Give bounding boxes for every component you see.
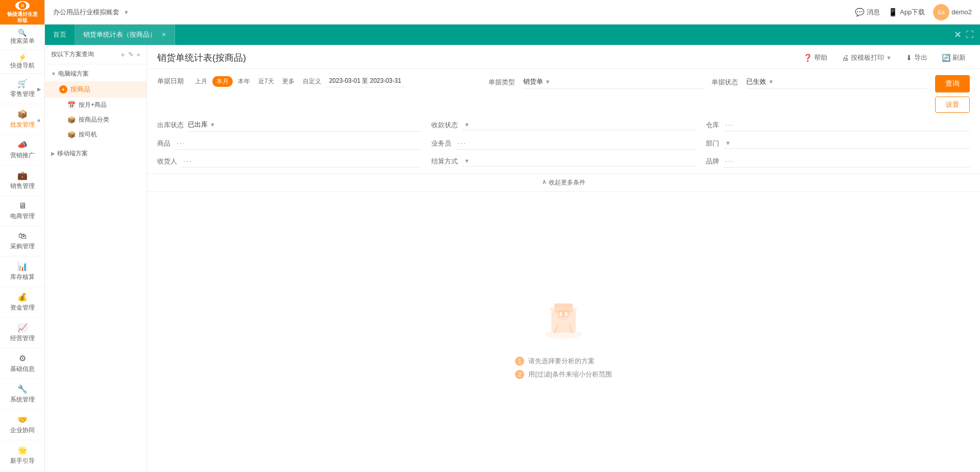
scheme-sub-item-month-product[interactable]: 📅 按月+商品 — [45, 98, 146, 112]
date-tab-this-month[interactable]: 本月 — [212, 76, 233, 87]
quick-nav[interactable]: ⚡ 快捷导航 — [0, 50, 44, 74]
sidebar-item-ecommerce[interactable]: 🖥 电商管理 — [0, 196, 44, 226]
sidebar-item-label: 经营管理 — [10, 334, 35, 343]
user-avatar-btn[interactable]: Ea demo2 — [933, 4, 972, 20]
refresh-btn[interactable]: 🔄 刷新 — [938, 51, 970, 64]
settle-field: 结算方式 ▼ — [431, 156, 695, 167]
svg-rect-6 — [560, 317, 567, 318]
product-control[interactable]: ··· — [175, 137, 421, 150]
group-collapse-arrow: ▶ — [51, 151, 55, 156]
scheme-sub-item-driver[interactable]: 📦 按司机 — [45, 127, 146, 142]
sidebar-item-guide[interactable]: 🌟 新手引导 — [0, 440, 44, 471]
mobile-group-label: 移动端方案 — [57, 149, 88, 158]
doc-status-dropdown-icon: ▼ — [768, 79, 774, 85]
filter-row-2: 出库状态 已出库 ▼ 收款状态 ▼ 仓库 — [157, 118, 970, 132]
chevron-right-icon: ▶ — [37, 86, 41, 91]
sidebar-item-retail[interactable]: 🛒 零售管理 ▶ — [0, 74, 44, 104]
empty-tip-1: 1 请先选择要分析的方案 — [515, 357, 611, 366]
consignee-dots-icon[interactable]: ··· — [183, 157, 192, 165]
warehouse-control[interactable]: ··· — [723, 119, 970, 131]
doc-type-label: 单据类型 — [488, 78, 515, 87]
add-scheme-icon[interactable]: + — [121, 51, 125, 59]
brand-control[interactable]: ··· — [723, 155, 970, 168]
sidebar-item-label: 企业协同 — [10, 426, 35, 435]
sidebar-item-wholesale[interactable]: 📦 批发管理 ▲ — [0, 104, 44, 135]
sidebar-item-purchase[interactable]: 🛍 采购管理 — [0, 226, 44, 256]
edit-scheme-icon[interactable]: ✎ — [128, 51, 134, 59]
sales-icon: 💼 — [17, 171, 28, 180]
logo-sub: 标版 — [17, 17, 28, 23]
set-button[interactable]: 设置 — [935, 97, 970, 113]
out-status-label: 出库状态 — [157, 121, 184, 130]
tab-sales-stat[interactable]: 销货单统计表（按商品） ✕ — [75, 25, 175, 45]
refresh-label: 刷新 — [952, 53, 966, 62]
consignee-control[interactable]: ··· — [181, 155, 421, 168]
brand-dots-icon[interactable]: ··· — [725, 157, 734, 165]
active-dot: ● — [59, 85, 67, 93]
tab-bar: 首页 销货单统计表（按商品） ✕ ✕ ⛶ — [45, 25, 980, 45]
sidebar-item-label: 系统管理 — [10, 395, 35, 404]
collapse-scheme-icon[interactable]: « — [137, 51, 140, 59]
sidebar-item-marketing[interactable]: 📣 营销推广 — [0, 135, 44, 166]
avatar: Ea — [933, 4, 949, 20]
sidebar-item-enterprise[interactable]: 🤝 企业协同 — [0, 410, 44, 440]
export-label: 导出 — [914, 53, 927, 62]
date-tab-this-year[interactable]: 本年 — [235, 76, 253, 87]
date-tab-last-month[interactable]: 上月 — [192, 76, 210, 87]
doc-type-control[interactable]: 销货单 ▼ — [523, 75, 704, 89]
print-label: 按模板打印 — [851, 53, 884, 62]
settle-control[interactable]: ▼ — [462, 156, 695, 167]
date-range-input[interactable]: 2023-03-01 至 2023-03-31 — [326, 75, 404, 87]
salesman-dots-icon[interactable]: ··· — [457, 139, 467, 147]
sidebar-item-sales-mgmt[interactable]: 💼 销售管理 — [0, 166, 44, 196]
doc-status-label: 单据状态 — [712, 78, 738, 87]
receipt-status-control[interactable]: ▼ — [462, 120, 695, 130]
sidebar-item-basic[interactable]: ⚙ 基础信息 — [0, 348, 44, 379]
print-dropdown-icon: ▼ — [886, 55, 892, 61]
doc-status-control[interactable]: 已生效 ▼ — [746, 75, 927, 89]
sidebar-item-label: 零售管理 — [10, 90, 35, 99]
help-btn[interactable]: ❓ 帮助 — [799, 51, 831, 64]
message-btn[interactable]: 💬 消息 — [855, 8, 880, 17]
product-dots-icon[interactable]: ··· — [177, 139, 186, 147]
collapse-arrow-icon: ∧ — [542, 178, 547, 187]
scheme-group-mobile-title[interactable]: ▶ 移动端方案 — [45, 146, 146, 161]
sidebar-item-label: 电商管理 — [10, 212, 35, 221]
fullscreen-icon[interactable]: ⛶ — [966, 30, 974, 39]
out-status-control[interactable]: 已出库 ▼ — [188, 118, 421, 132]
sidebar-item-system[interactable]: 🔧 系统管理 — [0, 379, 44, 410]
brand-label: 品牌 — [706, 157, 719, 166]
sidebar-item-finance[interactable]: 💰 资金管理 — [0, 287, 44, 318]
tab-home[interactable]: 首页 — [45, 25, 75, 45]
logo-text: 畅捷通好生意 — [7, 11, 38, 17]
query-button[interactable]: 查询 — [935, 75, 970, 92]
export-icon: ⬇ — [906, 54, 912, 62]
product-label: 商品 — [157, 139, 170, 148]
close-tab-icon[interactable]: ✕ — [161, 31, 166, 38]
page-header: 销货单统计表(按商品) ❓ 帮助 🖨 按模板打印 ▼ ⬇ 导出 — [147, 45, 980, 69]
export-btn[interactable]: ⬇ 导出 — [902, 51, 932, 64]
sidebar-item-label: 基础信息 — [10, 365, 35, 373]
category-icon: 📦 — [67, 116, 76, 124]
print-btn[interactable]: 🖨 按模板打印 ▼ — [838, 51, 896, 64]
date-tab-more[interactable]: 更多 — [279, 76, 298, 87]
search-menu[interactable]: 🔍 搜索菜单 — [0, 25, 44, 50]
dept-control[interactable]: ▼ — [723, 138, 970, 149]
warehouse-dots-icon[interactable]: ··· — [725, 121, 734, 129]
scheme-group-desktop-title[interactable]: ▼ 电脑端方案 — [45, 66, 146, 81]
top-dropdown-icon[interactable]: ▼ — [124, 9, 129, 15]
scheme-sub-item-category[interactable]: 📦 按商品分类 — [45, 112, 146, 127]
close-all-tabs-icon[interactable]: ✕ — [954, 29, 962, 40]
out-status-dropdown-icon: ▼ — [210, 122, 215, 128]
salesman-control[interactable]: ··· — [455, 137, 695, 150]
topbar: 办公用品行业模拟账套 ▼ 💬 消息 📱 App下载 Ea demo2 — [45, 0, 980, 25]
date-tab-7days[interactable]: 近7天 — [255, 76, 277, 87]
sidebar-item-operation[interactable]: 📈 经营管理 — [0, 318, 44, 348]
date-tab-custom[interactable]: 自定义 — [300, 76, 324, 87]
sidebar-item-inventory[interactable]: 📊 库存核算 — [0, 256, 44, 287]
scheme-item-by-product[interactable]: ● 按商品 — [45, 81, 146, 98]
empty-illustration — [533, 285, 594, 346]
collapse-bar[interactable]: ∧ 收起更多条件 — [147, 174, 980, 192]
tab-home-label: 首页 — [53, 30, 66, 39]
app-download-btn[interactable]: 📱 App下载 — [888, 8, 925, 17]
